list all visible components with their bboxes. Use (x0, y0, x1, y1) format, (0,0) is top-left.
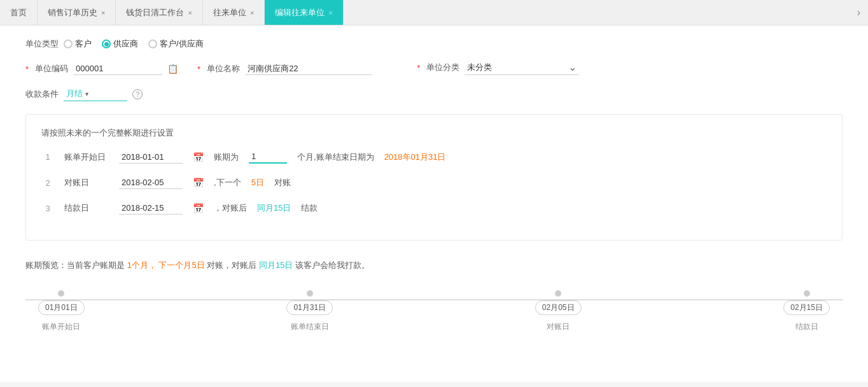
payment-item: 收款条件 月结 ▾ ? (25, 87, 143, 101)
radio-group: 客户 供应商 客户/供应商 (64, 38, 204, 50)
timeline: 01月01日 账单开始日 01月31日 账单结束日 02月05日 对账日 02月… (25, 290, 843, 332)
unit-code-label: 单位编码 (35, 63, 68, 74)
payment-label: 收款条件 (25, 88, 59, 100)
section-title: 请按照未来的一个完整帐期进行设置 (41, 127, 827, 139)
payment-date-row: 3 结款日 📅 ，对账后 同月15日 结款 (41, 202, 827, 215)
tab-cash-work[interactable]: 钱货日清工作台 × (116, 0, 202, 25)
timeline-dot-4 (804, 290, 810, 297)
payment-date-cal-icon[interactable]: 📅 (193, 203, 204, 213)
tab-cash-work-label: 钱货日清工作台 (126, 7, 184, 18)
timeline-point-1: 01月01日 账单开始日 (38, 290, 85, 332)
unit-name-required: * (197, 64, 200, 74)
tab-edit-partner-label: 编辑往来单位 (275, 7, 325, 18)
preview-prefix: 账期预览：当前客户账期是 (25, 260, 125, 270)
tab-partner[interactable]: 往来单位 × (203, 0, 265, 25)
radio-customer-circle (64, 39, 73, 48)
unit-info-row: * 单位编码 📋 * 单位名称 * 单位分类 未分类 ⌄ (25, 60, 843, 75)
unit-type-label: 单位类型 (25, 38, 59, 50)
radio-both[interactable]: 客户/供应商 (148, 38, 204, 50)
copy-icon[interactable]: 📋 (167, 64, 178, 74)
unit-classify-value: 未分类 (467, 62, 566, 73)
payment-date-after: 结款 (301, 202, 318, 214)
tab-cash-work-close[interactable]: × (188, 9, 192, 17)
tab-partner-close[interactable]: × (250, 9, 254, 17)
payment-date-before: ，对账后 (214, 202, 247, 214)
period-after-label: 个月,账单结束日期为 (297, 151, 374, 163)
reconcile-date[interactable] (119, 176, 183, 189)
radio-customer[interactable]: 客户 (64, 38, 92, 50)
bill-start-row: 1 账单开始日 📅 账期为 个月,账单结束日期为 2018年01月31日 (41, 150, 827, 164)
timeline-badge-2: 01月31日 (286, 300, 333, 315)
unit-code-item: * 单位编码 📋 (25, 62, 178, 75)
payment-chevron: ▾ (85, 90, 88, 97)
timeline-badge-3: 02月05日 (535, 300, 582, 315)
radio-both-label: 客户/供应商 (160, 38, 204, 50)
tab-home-label: 首页 (10, 7, 27, 18)
radio-supplier-label: 供应商 (113, 38, 138, 50)
bill-end-date-highlight: 2018年01月31日 (384, 151, 446, 163)
timeline-sub-2: 账单结束日 (291, 321, 329, 332)
timeline-sub-4: 结款日 (795, 321, 818, 332)
unit-name-item: * 单位名称 (197, 62, 372, 75)
tab-home[interactable]: 首页 (0, 0, 38, 25)
radio-supplier-circle (102, 39, 111, 48)
reconcile-cal-icon[interactable]: 📅 (193, 178, 204, 188)
timeline-sub-3: 对账日 (547, 321, 570, 332)
reconcile-row: 2 对账日 📅 ,下一个 5日 对账 (41, 176, 827, 189)
preview-middle: 对账，对账后 (207, 260, 256, 270)
payment-value: 月结 (66, 88, 83, 99)
timeline-dot-1 (58, 290, 64, 297)
reconcile-after: 对账 (274, 177, 291, 188)
timeline-point-4: 02月15日 结款日 (783, 290, 830, 332)
reconcile-highlight: 5日 (251, 177, 264, 188)
section-box: 请按照未来的一个完整帐期进行设置 1 账单开始日 📅 账期为 个月,账单结束日期… (25, 114, 843, 241)
row1-num: 1 (41, 152, 54, 162)
unit-type-item: 单位类型 客户 供应商 客户/供应商 (25, 38, 204, 50)
tab-sales-history-label: 销售订单历史 (48, 7, 97, 18)
row1-label: 账单开始日 (64, 151, 109, 163)
tab-bar: 首页 销售订单历史 × 钱货日清工作台 × 往来单位 × 编辑往来单位 × › (0, 0, 868, 25)
timeline-dot-2 (307, 290, 313, 297)
help-icon[interactable]: ? (132, 89, 143, 99)
row2-num: 2 (41, 178, 54, 188)
payment-date-input[interactable] (119, 202, 183, 215)
tab-sales-history-close[interactable]: × (101, 9, 105, 17)
reconcile-before: ,下一个 (214, 177, 241, 188)
unit-type-row: 单位类型 客户 供应商 客户/供应商 (25, 38, 843, 50)
tab-sales-history[interactable]: 销售订单历史 × (38, 0, 116, 25)
preview-part3: 同月15日 (259, 260, 293, 270)
timeline-badge-4: 02月15日 (783, 300, 830, 315)
radio-supplier[interactable]: 供应商 (102, 38, 138, 50)
unit-classify-label: 单位分类 (426, 62, 459, 73)
tab-edit-partner-close[interactable]: × (328, 9, 332, 17)
radio-customer-label: 客户 (75, 38, 92, 50)
payment-select[interactable]: 月结 ▾ (64, 87, 127, 101)
unit-code-required: * (25, 64, 29, 74)
main-content: 单位类型 客户 供应商 客户/供应商 * 单位编码 (0, 25, 868, 382)
preview-part1: 1个月， (127, 260, 157, 270)
payment-row: 收款条件 月结 ▾ ? (25, 87, 843, 101)
timeline-badge-1: 01月01日 (38, 300, 85, 315)
row3-label: 结款日 (64, 202, 109, 214)
timeline-points: 01月01日 账单开始日 01月31日 账单结束日 02月05日 对账日 02月… (38, 290, 830, 332)
tab-more-button[interactable]: › (850, 7, 868, 18)
preview-suffix: 该客户会给我打款。 (295, 260, 370, 270)
unit-code-input[interactable] (73, 62, 162, 75)
timeline-point-3: 02月05日 对账日 (535, 290, 582, 332)
unit-classify-select[interactable]: 未分类 ⌄ (465, 60, 579, 75)
timeline-sub-1: 账单开始日 (42, 321, 80, 332)
tab-edit-partner[interactable]: 编辑往来单位 × (265, 0, 343, 25)
unit-classify-required: * (417, 63, 420, 73)
tab-partner-label: 往来单位 (213, 7, 246, 18)
row2-label: 对账日 (64, 177, 109, 188)
bill-start-date[interactable] (119, 151, 183, 164)
timeline-dot-3 (555, 290, 561, 297)
unit-classify-chevron: ⌄ (568, 61, 577, 73)
period-input[interactable] (249, 150, 287, 164)
preview-part2: 下一个月5日 (158, 260, 204, 270)
row3-num: 3 (41, 204, 54, 213)
period-before-label: 账期为 (214, 151, 239, 163)
unit-name-label: 单位名称 (207, 63, 240, 74)
bill-start-cal-icon[interactable]: 📅 (193, 152, 204, 162)
unit-name-input[interactable] (245, 62, 372, 75)
